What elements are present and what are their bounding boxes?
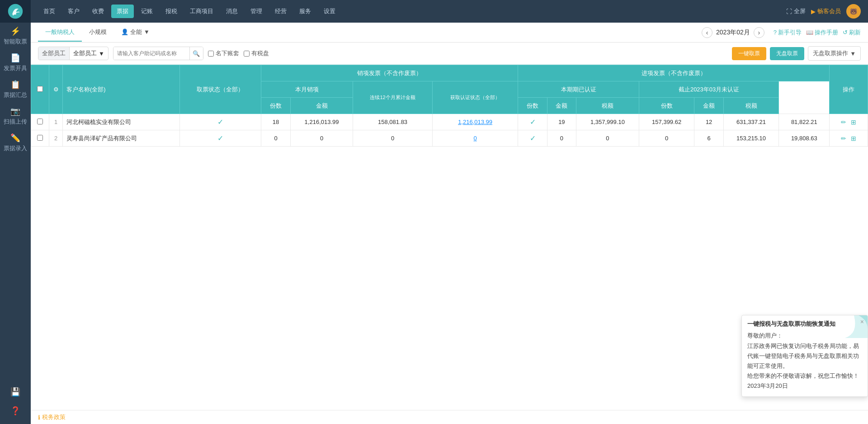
row2-month-count: 0 bbox=[261, 130, 290, 147]
row1-cumulative-link[interactable]: 1,216,013.99 bbox=[458, 119, 492, 125]
col-period-amount: 金额 bbox=[547, 98, 576, 114]
nav-service[interactable]: 服务 bbox=[294, 5, 316, 18]
tab-general-taxpayer[interactable]: 一般纳税人 bbox=[38, 24, 82, 42]
row2-cumulative[interactable]: 0 bbox=[432, 130, 518, 147]
nav-message[interactable]: 消息 bbox=[221, 5, 243, 18]
nav-bookkeeping[interactable]: 记账 bbox=[136, 5, 158, 18]
chevron-down-icon: ▼ bbox=[144, 29, 150, 35]
sidebar: ⚡ 智能取票 📄 发票开具 📋 票据汇总 📷 扫描上传 ✏️ 票据录入 💾 ❓ bbox=[0, 0, 31, 424]
toolbar-right: 一键取票 无盘取票 无盘取票操作 ▼ bbox=[732, 46, 861, 61]
row2-check-icon: ✓ bbox=[217, 134, 223, 142]
nav-business[interactable]: 工商项目 bbox=[184, 5, 219, 18]
col-actions: 操作 bbox=[830, 65, 868, 114]
row1-cumulative[interactable]: 1,216,013.99 bbox=[432, 114, 518, 130]
checkbox-tax-disk-input[interactable] bbox=[244, 51, 250, 57]
sidebar-item-scan-upload[interactable]: 📷 扫描上传 bbox=[0, 103, 31, 129]
nav-invoice[interactable]: 票据 bbox=[111, 5, 134, 18]
row2-edit-icon[interactable]: ✏ bbox=[841, 135, 846, 142]
notification-close-btn[interactable]: × bbox=[860, 318, 864, 325]
notification-title: 一键报税与无盘取票功能恢复通知 bbox=[747, 320, 862, 328]
manual-btn[interactable]: 📖 操作手册 bbox=[806, 29, 838, 37]
nav-manage[interactable]: 管理 bbox=[245, 5, 268, 18]
row2-select[interactable] bbox=[37, 135, 43, 141]
staff-selector[interactable]: 全部员工 全部员工 ▼ bbox=[38, 47, 108, 60]
row2-cumulative-link[interactable]: 0 bbox=[473, 135, 476, 142]
next-month-btn[interactable]: › bbox=[754, 27, 764, 38]
row1-edit-icon[interactable]: ✏ bbox=[841, 119, 846, 126]
user-avatar[interactable]: 🐻 bbox=[846, 4, 861, 19]
col-cert-status: 获取认证状态（全部） bbox=[432, 81, 518, 114]
row1-uncert-amount: 631,337.21 bbox=[723, 114, 779, 130]
row2-checkbox[interactable] bbox=[31, 130, 49, 147]
row2-cert-icon: ✓ bbox=[530, 134, 536, 142]
all-icon: 👤 bbox=[121, 29, 128, 35]
row1-select[interactable] bbox=[37, 119, 43, 124]
notification-text: 江苏政务网已恢复访问电子税务局功能，易代账一键登陆电子税务局与无盘取票相关功能可… bbox=[747, 341, 862, 371]
nav-charge[interactable]: 收费 bbox=[87, 5, 109, 18]
lightning-icon: ⚡ bbox=[10, 26, 20, 36]
one-key-btn[interactable]: 一键取票 bbox=[732, 47, 766, 60]
tab-small-scale[interactable]: 小规模 bbox=[82, 24, 114, 42]
refresh-btn[interactable]: ↺ 刷新 bbox=[843, 29, 861, 37]
pencil-icon: ✏️ bbox=[10, 133, 20, 143]
manual-icon: 📖 bbox=[806, 29, 813, 36]
row1-checkbox[interactable] bbox=[31, 114, 49, 130]
row2-copy-icon[interactable]: ⊞ bbox=[851, 135, 856, 142]
document-icon: 📄 bbox=[10, 53, 20, 63]
row1-check-icon: ✓ bbox=[217, 118, 223, 126]
nav-customer[interactable]: 客户 bbox=[62, 5, 85, 18]
prev-month-btn[interactable]: ‹ bbox=[702, 27, 712, 38]
checkbox-own-account-input[interactable] bbox=[208, 51, 214, 57]
nav-home[interactable]: 首页 bbox=[38, 5, 61, 18]
row1-copy-icon[interactable]: ⊞ bbox=[851, 119, 856, 126]
tax-policy-icon: ℹ bbox=[38, 414, 40, 421]
bottom-bar: ℹ 税务政策 bbox=[31, 410, 868, 424]
col-period-certified: 本期期已认证 bbox=[518, 81, 639, 98]
sidebar-item-issue-invoice[interactable]: 📄 发票开具 bbox=[0, 49, 31, 76]
vip-icon: ▶ bbox=[811, 8, 816, 15]
sidebar-item-help[interactable]: ❓ bbox=[0, 402, 31, 419]
checkbox-own-account[interactable]: 名下账套 bbox=[208, 49, 239, 57]
table-row: 1 河北柯磁梳实业有限公司 ✓ 18 1,216,013.99 158,081.… bbox=[31, 114, 868, 130]
staff-value-text: 全部员工 bbox=[73, 49, 97, 57]
more-ops-btn[interactable]: 无盘取票操作 ▼ bbox=[808, 46, 861, 61]
nav-settings[interactable]: 设置 bbox=[318, 5, 341, 18]
col-group-purchase: 进项发票（不含作废票） bbox=[518, 65, 830, 81]
refresh-icon: ↺ bbox=[843, 29, 848, 36]
row2-name: 灵寿县尚泽矿产品有限公司 bbox=[63, 130, 180, 147]
new-guide-btn[interactable]: ? 新手引导 bbox=[774, 29, 802, 37]
row1-cert-status: ✓ bbox=[518, 114, 547, 130]
fullscreen-btn[interactable]: ⛶ 全屏 bbox=[786, 7, 806, 15]
table-header-group-row: ⚙ 客户名称(全部) 取票状态（全部） 销项发票（不含作废票） 进项发票（不含作… bbox=[31, 65, 868, 81]
toolbar: 全部员工 全部员工 ▼ 🔍 名下账套 有税盘 一键取票 无 bbox=[31, 43, 868, 65]
col-uncert-count: 份数 bbox=[639, 98, 694, 114]
nav-operation[interactable]: 经营 bbox=[269, 5, 292, 18]
checkbox-tax-disk[interactable]: 有税盘 bbox=[244, 49, 269, 57]
no-disk-btn[interactable]: 无盘取票 bbox=[770, 47, 804, 60]
avatar-icon: 🐻 bbox=[850, 8, 857, 15]
col-checkbox bbox=[31, 65, 49, 114]
sidebar-logo bbox=[0, 0, 31, 23]
tax-policy-link[interactable]: ℹ 税务政策 bbox=[38, 413, 66, 421]
col-uncertified: 截止2023年03月未认证 bbox=[639, 81, 779, 98]
table-row: 2 灵寿县尚泽矿产品有限公司 ✓ 0 0 0 0 ✓ 0 0 0 6 153,2… bbox=[31, 130, 868, 147]
search-input[interactable] bbox=[113, 47, 189, 60]
row1-uncert-count: 12 bbox=[694, 114, 723, 130]
sidebar-item-smart-ticket[interactable]: ⚡ 智能取票 bbox=[0, 23, 31, 49]
col-monthly-sales: 本月销项 bbox=[261, 81, 353, 98]
sidebar-item-invoice-summary[interactable]: 📋 票据汇总 bbox=[0, 76, 31, 103]
notification-body: 尊敬的用户： 江苏政务网已恢复访问电子税务局功能，易代账一键登陆电子税务局与无盘… bbox=[742, 328, 868, 396]
nav-tax[interactable]: 报税 bbox=[160, 5, 183, 18]
select-all-checkbox[interactable] bbox=[37, 86, 43, 92]
sidebar-bottom: 💾 ❓ bbox=[0, 383, 31, 424]
row2-month-amount: 0 bbox=[290, 130, 353, 147]
tab-bar: 一般纳税人 小规模 👤 全能 ▼ ‹ 2023年02月 › ? 新手引导 📖 操… bbox=[31, 23, 868, 43]
more-dropdown-icon: ▼ bbox=[850, 50, 856, 57]
tab-all[interactable]: 👤 全能 ▼ bbox=[114, 24, 157, 42]
col-period-count: 份数 bbox=[518, 98, 547, 114]
row2-uncert-count: 6 bbox=[694, 130, 723, 147]
search-button[interactable]: 🔍 bbox=[189, 47, 203, 60]
sidebar-item-invoice-entry[interactable]: ✏️ 票据录入 bbox=[0, 129, 31, 156]
sidebar-item-save[interactable]: 💾 bbox=[0, 383, 31, 400]
vip-btn[interactable]: ▶ 畅客会员 bbox=[811, 7, 841, 15]
